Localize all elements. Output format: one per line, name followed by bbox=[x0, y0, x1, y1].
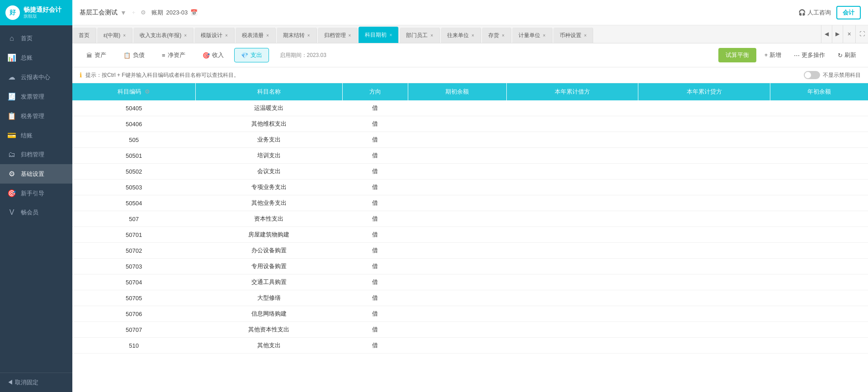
subtab-expense-label: 支出 bbox=[250, 51, 262, 59]
table-row[interactable]: 50705 大型修缮 借 bbox=[72, 290, 868, 306]
company-selector[interactable]: 基层工会测试 ▼ bbox=[80, 9, 127, 17]
sidebar-item-9[interactable]: V畅会员 bbox=[0, 203, 72, 222]
sidebar-item-label-8: 新手引导 bbox=[21, 189, 44, 198]
cell-ytd-credit-6 bbox=[638, 195, 770, 211]
table-row[interactable]: 50406 其他维权支出 借 bbox=[72, 116, 868, 132]
subtab-liabilities[interactable]: 📋 负债 bbox=[117, 48, 151, 62]
tab-archive[interactable]: 归档管理 × bbox=[318, 28, 358, 43]
tab-subject-init[interactable]: 科目期初 × bbox=[359, 27, 399, 43]
sidebar-item-7[interactable]: ⚙基础设置 bbox=[0, 164, 72, 184]
tab-inventory-close[interactable]: × bbox=[502, 33, 505, 38]
cell-year-balance-4 bbox=[770, 164, 868, 179]
tab-currency[interactable]: 币种设置 × bbox=[553, 28, 594, 43]
cell-year-balance-9 bbox=[770, 243, 868, 259]
tab-taxform-close[interactable]: × bbox=[266, 33, 269, 38]
tab-close-all[interactable]: × bbox=[843, 25, 855, 43]
tab-next-arrow[interactable]: ▶ bbox=[832, 25, 843, 43]
table-row[interactable]: 50504 其他业务支出 借 bbox=[72, 195, 868, 211]
tab-dept[interactable]: 部门员工 × bbox=[400, 28, 440, 43]
cell-ytd-credit-0 bbox=[638, 100, 770, 116]
table-row[interactable]: 50703 专用设备购置 借 bbox=[72, 259, 868, 274]
toggle-control[interactable] bbox=[804, 71, 820, 79]
subtab-income[interactable]: 🎯 收入 bbox=[196, 48, 231, 62]
sidebar-item-6[interactable]: 🗂归档管理 bbox=[0, 145, 72, 164]
cell-period-balance-4 bbox=[408, 164, 506, 179]
cell-year-balance-0 bbox=[770, 100, 868, 116]
sidebar-footer[interactable]: ◀ 取消固定 bbox=[0, 373, 72, 392]
dropdown-arrow-icon: ▼ bbox=[120, 9, 127, 16]
tab-dept-close[interactable]: × bbox=[430, 33, 433, 38]
table-row[interactable]: 50501 培训支出 借 bbox=[72, 148, 868, 164]
table-row[interactable]: 50702 办公设备购置 借 bbox=[72, 243, 868, 259]
sidebar-item-5[interactable]: 💳结账 bbox=[0, 126, 72, 145]
help-button[interactable]: 🎧 人工咨询 bbox=[798, 9, 831, 17]
cell-year-balance-11 bbox=[770, 274, 868, 290]
tab-annual[interactable]: 收入支出表(年报) × bbox=[133, 28, 193, 43]
col-code-gear-icon[interactable]: ⚙ bbox=[145, 88, 150, 95]
cell-year-balance-10 bbox=[770, 259, 868, 274]
table-row[interactable]: 50502 会议支出 借 bbox=[72, 164, 868, 179]
sidebar-item-3[interactable]: 🧾发票管理 bbox=[0, 87, 72, 106]
cell-year-balance-3 bbox=[770, 148, 868, 164]
refresh-button[interactable]: ↻ 刷新 bbox=[833, 48, 861, 62]
cell-ytd-credit-7 bbox=[638, 211, 770, 227]
tab-prev-arrow[interactable]: ◀ bbox=[821, 25, 832, 43]
table-row[interactable]: 507 资本性支出 借 bbox=[72, 211, 868, 227]
subtab-expense[interactable]: 💎 支出 bbox=[234, 48, 269, 62]
cell-period-balance-10 bbox=[408, 259, 506, 274]
tab-yearend-close[interactable]: × bbox=[307, 33, 310, 38]
table-row[interactable]: 50405 运温暖支出 借 bbox=[72, 100, 868, 116]
tab-taxform[interactable]: 税表清册 × bbox=[236, 28, 276, 43]
tab-yearend[interactable]: 期末结转 × bbox=[277, 28, 317, 43]
tab-expand[interactable]: ⛶ bbox=[855, 25, 868, 43]
table-row[interactable]: 505 业务支出 借 bbox=[72, 132, 868, 148]
tab-annual-close[interactable]: × bbox=[184, 33, 187, 38]
user-role-button[interactable]: 会计 bbox=[836, 6, 861, 19]
tab-home[interactable]: 首页 bbox=[72, 28, 96, 43]
settings-icon[interactable]: ⚙ bbox=[141, 9, 146, 16]
sidebar-item-1[interactable]: 📊总账 bbox=[0, 48, 72, 67]
cell-direction-14: 借 bbox=[343, 322, 408, 338]
table-row[interactable]: 50706 信息网络购建 借 bbox=[72, 306, 868, 322]
sidebar-item-2[interactable]: ☁云报表中心 bbox=[0, 67, 72, 87]
cell-ytd-credit-10 bbox=[638, 259, 770, 274]
table-row[interactable]: 50503 专项业务支出 借 bbox=[72, 179, 868, 195]
tab-currency-close[interactable]: × bbox=[584, 33, 587, 38]
tab-unit-close[interactable]: × bbox=[543, 33, 546, 38]
cell-name-3: 培训支出 bbox=[195, 148, 343, 164]
table-row[interactable]: 50701 房屋建筑物购建 借 bbox=[72, 227, 868, 243]
tab-template[interactable]: 模版设计 × bbox=[194, 28, 235, 43]
tab-midterm[interactable]: ε(中期) × bbox=[97, 28, 132, 43]
table-row[interactable]: 510 其他支出 借 bbox=[72, 338, 868, 354]
toggle-disabled-switch[interactable]: 不显示禁用科目 bbox=[804, 71, 861, 79]
tab-template-close[interactable]: × bbox=[225, 33, 228, 38]
calendar-icon[interactable]: 📅 bbox=[190, 9, 198, 16]
subjects-table-wrap: 科目编码 ⚙ 科目名称 方向 期初余额 本年累计借方 本年累计贷方 年初余额 5… bbox=[72, 83, 868, 392]
table-row[interactable]: 50707 其他资本性支出 借 bbox=[72, 322, 868, 338]
sidebar-item-8[interactable]: 🎯新手引导 bbox=[0, 184, 72, 203]
more-button[interactable]: ⋯ 更多操作 bbox=[789, 48, 830, 62]
cell-code-14: 50707 bbox=[72, 322, 195, 338]
subtab-netassets[interactable]: ≡ 净资产 bbox=[155, 48, 192, 62]
cell-ytd-credit-15 bbox=[638, 338, 770, 354]
tab-inventory[interactable]: 存货 × bbox=[482, 28, 511, 43]
subtab-assets[interactable]: 🏛 资产 bbox=[80, 48, 113, 62]
tab-archive-close[interactable]: × bbox=[349, 33, 351, 38]
tab-unit[interactable]: 计量单位 × bbox=[512, 28, 552, 43]
tab-subject-init-close[interactable]: × bbox=[389, 33, 392, 38]
sidebar-item-0[interactable]: ⌂首页 bbox=[0, 29, 72, 48]
add-button[interactable]: + 新增 bbox=[760, 48, 786, 62]
cell-code-12: 50705 bbox=[72, 290, 195, 306]
tab-contacts-close[interactable]: × bbox=[472, 33, 474, 38]
tab-midterm-close[interactable]: × bbox=[123, 33, 126, 38]
sidebar-item-label-7: 基础设置 bbox=[21, 170, 44, 178]
sidebar-item-icon-6: 🗂 bbox=[7, 151, 16, 159]
table-row[interactable]: 50704 交通工具购置 借 bbox=[72, 274, 868, 290]
tab-contacts[interactable]: 往来单位 × bbox=[441, 28, 481, 43]
cell-ytd-debit-7 bbox=[506, 211, 638, 227]
balance-button[interactable]: 试算平衡 bbox=[718, 48, 756, 62]
cell-ytd-debit-1 bbox=[506, 116, 638, 132]
sidebar-item-4[interactable]: 📋税务管理 bbox=[0, 106, 72, 126]
toggle-label: 不显示禁用科目 bbox=[823, 71, 861, 79]
notice-text: 提示：按Ctrl + F键并输入科目编码或者科目名称可以查找科目。 bbox=[85, 71, 239, 79]
